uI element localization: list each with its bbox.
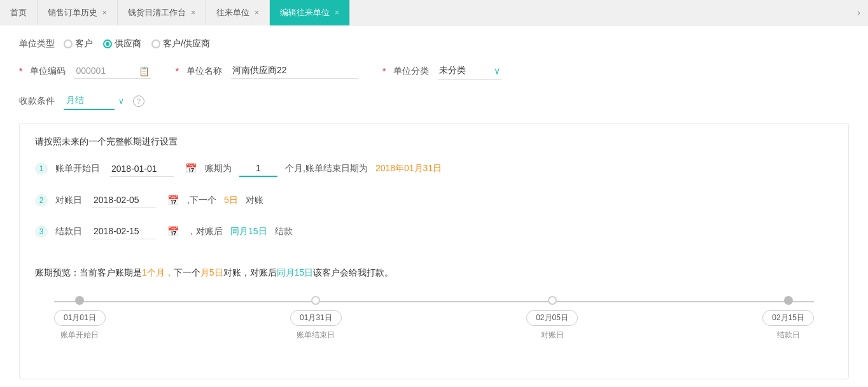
payment-day-highlight: 同月15日 [230,226,267,237]
radio-supplier-label: 供应商 [115,38,141,50]
setting-row-1: 1 账单开始日 📅 账期为 个月,账单结束日期为 2018年01月31日 [35,160,833,177]
start-date-calendar-icon[interactable]: 📅 [185,163,197,174]
radio-customer-circle [64,39,73,48]
radio-group-unit-type: 客户 供应商 客户/供应商 [64,38,210,50]
tab-partner-label: 往来单位 [216,7,249,18]
unit-code-required: * [19,66,22,76]
payment-terms-value[interactable]: 月结 [64,92,115,110]
period-input[interactable] [239,160,277,177]
unit-code-wrapper: 📋 [74,63,151,79]
tab-home[interactable]: 首页 [0,0,38,25]
bill-end-date: 2018年01月31日 [375,163,442,174]
preview-highlight-2: 月5日 [200,267,223,278]
unit-name-required: * [175,66,178,76]
tab-sales-history-close[interactable]: × [102,8,107,17]
payment-terms-arrow-icon[interactable]: ∨ [118,97,124,106]
tab-edit-partner-close[interactable]: × [335,8,339,17]
preview-section: 账期预览：当前客户账期是1个月，下一个月5日对账，对账后同月15日该客户会给我打… [35,255,833,366]
tab-cash-work-label: 钱货日清工作台 [128,7,186,18]
timeline-badge-2: 01月31日 [290,310,342,326]
preview-highlight-1: 1个月， [142,267,174,278]
setting-num-3: 3 [35,225,48,238]
unit-name-input[interactable] [231,63,358,79]
tab-edit-partner[interactable]: 编辑往来单位 × [270,0,350,25]
radio-customer[interactable]: 客户 [64,38,93,50]
payment-date-calendar-icon[interactable]: 📅 [167,226,179,237]
payment-terms-wrapper: 月结 ∨ [64,92,124,110]
timeline-label-3: 对账日 [541,330,564,341]
settings-section: 请按照未来的一个完整帐期进行设置 1 账单开始日 📅 账期为 个月,账单结束日期… [19,123,849,379]
tab-sales-history-label: 销售订单历史 [48,7,97,18]
tabs-bar: 首页 销售订单历史 × 钱货日清工作台 × 往来单位 × 编辑往来单位 × › [0,0,868,25]
main-content: 单位类型 客户 供应商 客户/供应商 * 单位编码 📋 * 单位名称 * [0,25,868,387]
timeline-dot-4 [784,296,793,305]
unit-name-label: 单位名称 [186,66,222,77]
unit-info-row: * 单位编码 📋 * 单位名称 * 单位分类 未分类 ∨ [19,62,849,80]
preview-text-end: 该客户会给我打款。 [313,267,393,278]
payment-date-input[interactable] [92,223,156,239]
tab-sales-history[interactable]: 销售订单历史 × [38,0,118,25]
timeline-dot-3 [548,296,557,305]
timeline-label-4: 结款日 [777,330,800,341]
timeline-point-3: 02月05日 对账日 [526,296,578,341]
reconcile-prefix: ,下一个 [187,195,216,206]
radio-both[interactable]: 客户/供应商 [151,38,210,50]
preview-label: 账期预览：当前客户账期是 [35,267,142,278]
timeline-dot-2 [311,296,320,305]
tab-cash-work-close[interactable]: × [191,8,195,17]
period-prefix-label: 账期为 [205,163,232,174]
payment-terms-row: 收款条件 月结 ∨ ? [19,92,849,110]
tab-partner-close[interactable]: × [255,8,259,17]
unit-code-copy-icon[interactable]: 📋 [139,66,150,76]
reconcile-day-highlight: 5日 [224,195,238,206]
unit-cat-required: * [382,66,386,76]
timeline-wrapper: 01月01日 账单开始日 01月31日 账单结束日 02月05日 对账日 [35,296,833,366]
timeline-badge-4: 02月15日 [762,310,814,326]
tabs-scroll-arrow[interactable]: › [850,7,868,18]
preview-highlight-3: 同月15日 [277,267,314,278]
field-label-1: 账单开始日 [55,163,100,174]
tab-home-label: 首页 [10,7,27,18]
timeline-label-2: 账单结束日 [297,330,335,341]
unit-type-row: 单位类型 客户 供应商 客户/供应商 [19,38,849,50]
period-unit-label: 个月,账单结束日期为 [285,163,368,174]
timeline-point-1: 01月01日 账单开始日 [54,296,106,341]
payment-suffix: 结款 [275,226,293,237]
tab-edit-partner-label: 编辑往来单位 [280,7,330,18]
unit-code-label: 单位编码 [30,66,66,77]
reconcile-date-calendar-icon[interactable]: 📅 [167,195,179,206]
unit-category-label: 单位分类 [393,66,429,77]
timeline-points: 01月01日 账单开始日 01月31日 账单结束日 02月05日 对账日 [54,296,814,341]
timeline-badge-3: 02月05日 [526,310,578,326]
radio-customer-label: 客户 [75,38,93,50]
radio-both-label: 客户/供应商 [163,38,210,50]
unit-category-value: 未分类 [439,65,489,76]
timeline-point-2: 01月31日 账单结束日 [290,296,342,341]
preview-text-mid1: 下一个 [174,267,200,278]
reconcile-date-input[interactable] [92,192,156,208]
timeline-dot-1 [75,296,84,305]
field-label-2: 对账日 [55,195,82,206]
chevron-down-icon: ∨ [494,66,500,76]
radio-supplier[interactable]: 供应商 [103,38,141,50]
field-label-3: 结款日 [55,226,82,237]
payment-terms-label: 收款条件 [19,95,55,107]
setting-row-2: 2 对账日 📅 ,下一个 5日 对账 [35,192,833,208]
radio-both-circle [151,39,160,48]
radio-supplier-circle [103,39,112,48]
setting-num-1: 1 [35,162,48,175]
tab-cash-work[interactable]: 钱货日清工作台 × [118,0,206,25]
preview-text-mid2: 对账，对账后 [223,267,277,278]
reconcile-suffix: 对账 [246,195,263,206]
payment-prefix: ，对账后 [187,226,223,237]
unit-category-dropdown[interactable]: 未分类 ∨ [438,62,501,80]
payment-terms-help-icon[interactable]: ? [133,95,144,107]
tab-partner[interactable]: 往来单位 × [206,0,270,25]
setting-num-2: 2 [35,194,48,207]
timeline-point-4: 02月15日 结款日 [762,296,814,341]
section-title: 请按照未来的一个完整帐期进行设置 [35,136,833,148]
timeline-badge-1: 01月01日 [54,310,106,326]
start-date-input[interactable] [110,161,174,177]
timeline-label-1: 账单开始日 [60,330,99,341]
setting-row-3: 3 结款日 📅 ，对账后 同月15日 结款 [35,223,833,239]
